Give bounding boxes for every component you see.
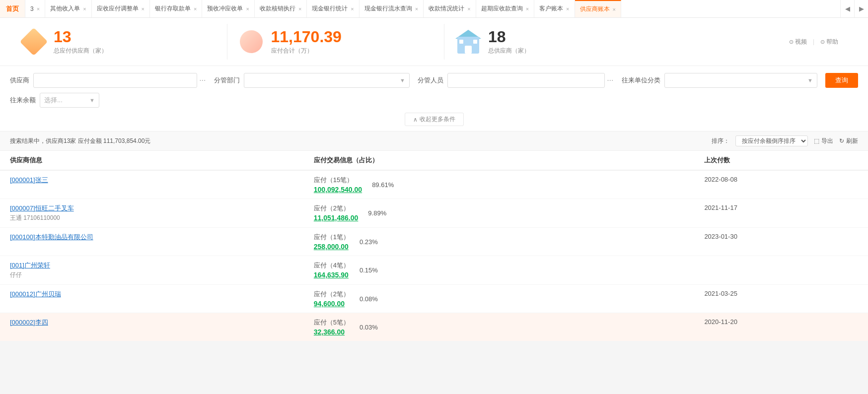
table-row: [000002]李四应付（5笔）32,366.000.03%2020-11-20 — [0, 313, 868, 341]
supplier-info-cell-2: [000100]本特勤油品有限公司 — [0, 228, 304, 256]
supplier-link-5[interactable]: [000002]李四 — [10, 319, 48, 326]
trade-left-3: 应付（4笔）164,635.90 — [314, 261, 350, 279]
nav-tab-2[interactable]: 应收应付调整单× — [92, 0, 150, 18]
balance-placeholder: 选择... — [44, 96, 63, 105]
trade-left-0: 应付（15笔）100,092,540.00 — [314, 176, 362, 194]
nav-tab-3[interactable]: 银行存取款单× — [150, 0, 202, 18]
trade-count-0: 应付（15笔） — [314, 176, 362, 185]
supplier-link-2[interactable]: [000100]本特勤油品有限公司 — [10, 233, 93, 241]
close-icon-4[interactable]: × — [246, 6, 249, 12]
trade-count-1: 应付（2笔） — [314, 204, 359, 213]
balance-label: 往来余额 — [10, 96, 36, 105]
nav-home-tab[interactable]: 首页 — [0, 0, 25, 18]
trade-left-5: 应付（5笔）32,366.00 — [314, 318, 350, 336]
trade-percent-5: 0.03% — [360, 324, 378, 331]
video-icon: ⊙ — [789, 39, 794, 45]
close-icon-1[interactable]: × — [83, 6, 86, 12]
nav-tab-10[interactable]: 客户账本× — [534, 0, 575, 18]
close-icon-9[interactable]: × — [526, 6, 529, 12]
table-row: [001]广州荣轩仔仔应付（4笔）164,635.900.15% — [0, 256, 868, 285]
nav-tab-8[interactable]: 收款情况统计× — [424, 0, 476, 18]
summary-card-total: 18 总供应商（家） ⊙ 视频 | ⊙ 帮助 — [444, 24, 858, 60]
table-row: [000100]本特勤油品有限公司应付（1笔）258,000.000.23%20… — [0, 228, 868, 256]
person-label: 分管人员 — [418, 76, 443, 85]
trade-amount-5[interactable]: 32,366.00 — [314, 328, 350, 336]
supplier-link-1[interactable]: [000007]恒旺二手叉车 — [10, 204, 74, 212]
close-icon-8[interactable]: × — [467, 6, 470, 12]
supplier-link-3[interactable]: [001]广州荣轩 — [10, 262, 50, 269]
nav-tab-0[interactable]: 3× — [25, 0, 45, 18]
nav-tab-1[interactable]: 其他收入单× — [45, 0, 91, 18]
balance-chevron-down-icon: ▼ — [89, 97, 95, 103]
person-field: 分管人员 ··· — [418, 73, 614, 88]
nav-next-arrow[interactable]: ▶ — [854, 0, 868, 18]
trade-percent-2: 0.23% — [360, 238, 378, 246]
nav-prev-arrow[interactable]: ◀ — [840, 0, 854, 18]
supplier-link-0[interactable]: [000001]张三 — [10, 176, 48, 184]
supplier-label: 供应商 — [10, 76, 29, 85]
supplier-info-cell-4: [000012]广州贝瑞 — [0, 285, 304, 313]
trade-count-4: 应付（2笔） — [314, 290, 350, 299]
supplier-input[interactable] — [33, 73, 197, 88]
supplier-info-cell-1: [000007]恒旺二手叉车王通 17106110000 — [0, 199, 304, 228]
trade-amount-4[interactable]: 94,600.00 — [314, 300, 350, 308]
refresh-button[interactable]: ↻ 刷新 — [839, 137, 858, 145]
trade-info-cell-2: 应付（1笔）258,000.000.23% — [304, 228, 695, 256]
last-pay-cell-2: 2023-01-30 — [694, 228, 868, 256]
export-button[interactable]: ⬚ 导出 — [814, 137, 833, 145]
trade-count-3: 应付（4笔） — [314, 261, 350, 270]
nav-tab-4[interactable]: 预收冲应收单× — [202, 0, 254, 18]
trade-amount-1[interactable]: 11,051,486.00 — [314, 214, 359, 222]
help-link[interactable]: ⊙ 帮助 — [820, 38, 838, 46]
person-ellipsis[interactable]: ··· — [607, 76, 613, 85]
summary-card-amount: 11,170.39 应付合计（万） — [227, 24, 445, 60]
dept-field: 分管部门 ▼ — [214, 73, 410, 88]
supplier-sub-3: 仔仔 — [10, 271, 294, 279]
close-icon-7[interactable]: × — [415, 6, 418, 12]
query-button[interactable]: 查询 — [825, 73, 858, 88]
video-link[interactable]: ⊙ 视频 — [789, 38, 807, 46]
trade-count-5: 应付（5笔） — [314, 318, 350, 327]
sort-select[interactable]: 按应付余额倒序排序 — [735, 135, 808, 146]
close-icon-0[interactable]: × — [37, 6, 40, 12]
trade-percent-1: 9.89% — [368, 209, 386, 217]
table-header: 供应商信息 应付交易信息（占比） 上次付数 — [0, 151, 868, 170]
close-icon-10[interactable]: × — [566, 6, 569, 12]
trade-left-4: 应付（2笔）94,600.00 — [314, 290, 350, 308]
trade-info-cell-1: 应付（2笔）11,051,486.009.89% — [304, 199, 695, 228]
close-icon-2[interactable]: × — [142, 6, 145, 12]
result-bar: 搜索结果中，供应商13家 应付金额 111,703,854.00元 排序： 按应… — [0, 131, 868, 151]
supplier-info-cell-5: [000002]李四 — [0, 313, 304, 341]
category-select[interactable]: ▼ — [664, 73, 818, 88]
close-icon-6[interactable]: × — [351, 6, 354, 12]
nav-tab-7[interactable]: 现金银行流水查询× — [360, 0, 424, 18]
nav-tab-5[interactable]: 收款核销执行× — [255, 0, 307, 18]
trade-amount-0[interactable]: 100,092,540.00 — [314, 186, 362, 194]
summary-number-suppliers: 13 — [54, 29, 107, 45]
divider: | — [813, 38, 814, 45]
trade-amount-2[interactable]: 258,000.00 — [314, 243, 350, 251]
supplier-ellipsis[interactable]: ··· — [199, 76, 206, 85]
summary-bar: 13 总应付供应商（家） 11,170.39 应付合计（万） 18 — [0, 18, 868, 66]
category-label: 往来单位分类 — [622, 76, 660, 85]
export-label: 导出 — [821, 137, 833, 145]
trade-amount-3[interactable]: 164,635.90 — [314, 271, 350, 279]
collapse-button[interactable]: ∧ 收起更多条件 — [405, 113, 464, 126]
balance-field: 往来余额 选择... ▼ — [10, 93, 99, 108]
close-icon-11[interactable]: × — [613, 6, 616, 12]
balance-select[interactable]: 选择... ▼ — [40, 93, 99, 108]
refresh-icon: ↻ — [839, 137, 844, 144]
close-icon-5[interactable]: × — [298, 6, 301, 12]
nav-tab-11[interactable]: 供应商账本× — [575, 0, 621, 18]
summary-card-suppliers: 13 总应付供应商（家） — [10, 24, 227, 60]
result-info: 搜索结果中，供应商13家 应付金额 111,703,854.00元 — [10, 137, 712, 145]
dept-select[interactable]: ▼ — [244, 73, 410, 88]
supplier-link-4[interactable]: [000012]广州贝瑞 — [10, 290, 61, 298]
close-icon-3[interactable]: × — [194, 6, 197, 12]
search-row-1: 供应商 ··· 分管部门 ▼ 分管人员 ··· 往来单位分类 ▼ 查询 — [10, 73, 858, 88]
person-input[interactable] — [447, 73, 605, 88]
nav-tab-9[interactable]: 超期应收款查询× — [476, 0, 534, 18]
nav-tab-6[interactable]: 现金银行统计× — [307, 0, 359, 18]
last-pay-cell-3 — [694, 256, 868, 285]
chevron-up-icon: ∧ — [413, 116, 418, 123]
